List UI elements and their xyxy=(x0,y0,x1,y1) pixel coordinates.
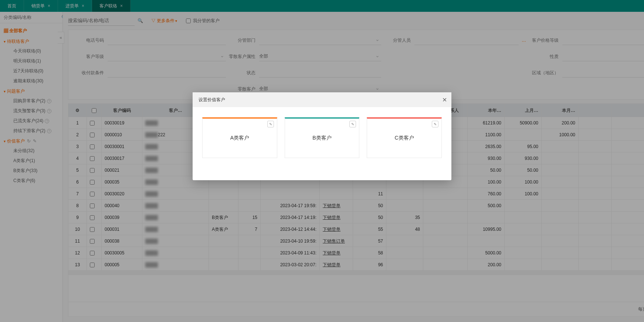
modal-overlay[interactable]: 设置价值客户 ✕ ✎ A类客户 ✎ B类客户 ✎ C类客户 xyxy=(0,0,644,322)
value-card-label: B类客户 xyxy=(312,135,331,141)
edit-icon[interactable]: ✎ xyxy=(349,121,356,127)
close-icon[interactable]: ✕ xyxy=(442,96,447,103)
edit-icon[interactable]: ✎ xyxy=(432,121,438,127)
modal-title: 设置价值客户 xyxy=(199,97,225,103)
value-card-c[interactable]: ✎ C类客户 xyxy=(367,117,442,158)
value-card-b[interactable]: ✎ B类客户 xyxy=(285,117,360,158)
value-card-label: C类客户 xyxy=(395,135,414,141)
value-card-a[interactable]: ✎ A类客户 xyxy=(202,117,277,158)
value-customer-modal: 设置价值客户 ✕ ✎ A类客户 ✎ B类客户 ✎ C类客户 xyxy=(193,92,451,180)
edit-icon[interactable]: ✎ xyxy=(267,121,274,127)
value-card-label: A类客户 xyxy=(230,135,249,141)
